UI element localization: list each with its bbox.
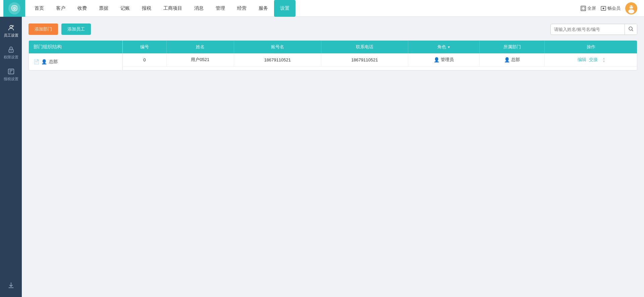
avatar[interactable] xyxy=(625,2,637,14)
col-dept: 所属部门 xyxy=(480,41,545,53)
logo-icon xyxy=(8,2,20,14)
cell-id: 0 xyxy=(123,53,166,66)
col-account: 账号名 xyxy=(234,41,321,53)
svg-point-3 xyxy=(603,7,604,9)
dept-label: 总部 xyxy=(49,59,58,65)
search-box xyxy=(550,24,637,35)
dept-tree-header: 部门组织结构 xyxy=(29,41,122,53)
svg-point-6 xyxy=(628,9,634,13)
table-body: 0 用户0521 18679110521 18679110521 👤 管理员 👤… xyxy=(123,53,637,66)
employee-table: 编号 姓名 账号名 联系电话 角色 ▼ 所属部门 操作 xyxy=(123,41,637,70)
dept-tree: 部门组织结构 📄 👤 总部 xyxy=(29,41,123,70)
add-employee-button[interactable]: 添加员工 xyxy=(61,23,91,35)
sidebar-item-permission[interactable]: 权限设置 xyxy=(0,42,22,64)
cell-name: 用户0521 xyxy=(166,53,234,66)
col-name: 姓名 xyxy=(166,41,234,53)
action-bar: 添加部门 添加员工 xyxy=(29,23,637,35)
table-row: 0 用户0521 18679110521 18679110521 👤 管理员 👤… xyxy=(123,53,637,66)
dept-tree-item[interactable]: 📄 👤 总部 xyxy=(29,56,122,67)
file-icon: 📄 xyxy=(34,59,39,64)
dept-tree-body: 📄 👤 总部 xyxy=(29,53,122,70)
cell-role: 👤 管理员 xyxy=(408,53,480,66)
nav-invoice[interactable]: 票据 xyxy=(93,0,114,17)
sort-icon: ▼ xyxy=(447,45,450,49)
role-user-icon: 👤 xyxy=(434,57,439,62)
top-nav: 首页 客户 收费 票据 记账 报税 工商项目 消息 管理 经营 服务 设置 全屏… xyxy=(0,0,644,17)
col-ops: 操作 xyxy=(545,41,637,53)
cell-phone: 18679110521 xyxy=(321,53,408,66)
svg-rect-10 xyxy=(12,25,14,27)
member-label: 畅会员 xyxy=(607,5,621,11)
logo xyxy=(3,0,25,17)
svg-point-8 xyxy=(632,6,633,7)
op-交接[interactable]: 交接 xyxy=(589,57,598,62)
dept-value: 总部 xyxy=(511,57,520,63)
nav-fee[interactable]: 收费 xyxy=(71,0,93,17)
nav-home[interactable]: 首页 xyxy=(29,0,50,17)
nav-manage[interactable]: 管理 xyxy=(210,0,231,17)
svg-point-12 xyxy=(10,50,11,51)
dept-user-icon: 👤 xyxy=(504,57,510,62)
cell-dept: 👤 总部 xyxy=(480,53,545,66)
cell-ops: 编辑交接 ▲ ▼ xyxy=(545,53,637,66)
fullscreen-label: 全屏 xyxy=(587,5,596,11)
dept-user-icon: 👤 xyxy=(41,59,47,64)
add-dept-button[interactable]: 添加部门 xyxy=(29,23,58,35)
main-nav: 首页 客户 收费 票据 记账 报税 工商项目 消息 管理 经营 服务 设置 xyxy=(25,0,581,17)
app-body: 员工设置 权限设置 报税设置 xyxy=(0,17,644,297)
nav-tax[interactable]: 报税 xyxy=(136,0,157,17)
search-button[interactable] xyxy=(625,24,637,35)
table-header-row: 编号 姓名 账号名 联系电话 角色 ▼ 所属部门 操作 xyxy=(123,41,637,53)
nav-message[interactable]: 消息 xyxy=(188,0,210,17)
col-id: 编号 xyxy=(123,41,166,53)
search-input[interactable] xyxy=(551,25,625,34)
op-编辑[interactable]: 编辑 xyxy=(578,57,586,62)
nav-operation[interactable]: 经营 xyxy=(231,0,253,17)
nav-right: 全屏 畅会员 xyxy=(581,2,641,14)
sidebar-bottom xyxy=(0,278,22,293)
member-btn[interactable]: 畅会员 xyxy=(601,5,621,11)
sidebar-item-taxsettings[interactable]: 报税设置 xyxy=(0,64,22,86)
nav-bookkeeping[interactable]: 记账 xyxy=(114,0,136,17)
cell-account: 18679110521 xyxy=(234,53,321,66)
sidebar-item-employee[interactable]: 员工设置 xyxy=(0,20,22,42)
nav-service[interactable]: 服务 xyxy=(253,0,274,17)
nav-client[interactable]: 客户 xyxy=(50,0,71,17)
content-area: 部门组织结构 📄 👤 总部 编号 姓名 账号名 xyxy=(29,40,637,70)
nav-business[interactable]: 工商项目 xyxy=(157,0,188,17)
col-role[interactable]: 角色 ▼ xyxy=(408,41,480,53)
role-value: 管理员 xyxy=(441,57,454,63)
col-phone: 联系电话 xyxy=(321,41,408,53)
main-content: 添加部门 添加员工 部门组织结构 📄 👤 xyxy=(22,17,644,297)
table: 编号 姓名 账号名 联系电话 角色 ▼ 所属部门 操作 xyxy=(123,41,637,67)
sidebar: 员工设置 权限设置 报税设置 xyxy=(0,17,22,297)
nav-settings[interactable]: 设置 xyxy=(274,0,296,17)
svg-point-0 xyxy=(14,8,15,10)
scroll-down[interactable]: ▼ xyxy=(602,60,605,63)
fullscreen-btn[interactable]: 全屏 xyxy=(581,5,596,11)
svg-rect-1 xyxy=(581,6,586,11)
svg-point-9 xyxy=(10,26,12,28)
sidebar-item-download[interactable] xyxy=(0,278,22,293)
svg-point-7 xyxy=(630,6,631,7)
